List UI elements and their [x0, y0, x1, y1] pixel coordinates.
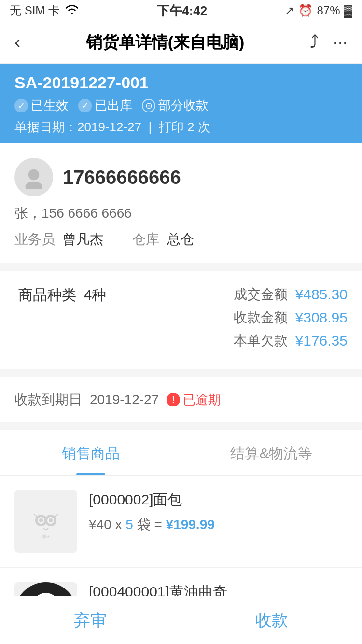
received-amount: ¥308.95	[295, 309, 348, 326]
transaction-amount-row: 成交金额 ¥485.30	[234, 285, 348, 304]
tabs-section: 销售商品 结算&物流等	[0, 430, 362, 476]
battery-icon: ▓	[344, 4, 352, 17]
sales-person: 业务员 曾凡杰	[14, 230, 103, 249]
wifi-icon	[65, 4, 79, 17]
clock-icon: ⊙	[142, 99, 155, 112]
svg-point-0	[28, 169, 40, 181]
check-icon-1: ✓	[14, 99, 28, 112]
debt-amount-row: 本单欠款 ¥176.35	[234, 332, 348, 350]
customer-section: 17666666666 张，156 6666 6666 业务员 曾凡杰 仓库 总…	[0, 143, 362, 263]
status-partial-payment: ⊙ 部分收款	[142, 97, 209, 114]
battery-text: 87%	[317, 4, 340, 17]
cancel-review-button[interactable]: 弃审	[0, 596, 181, 644]
status-delivered: ✓ 已出库	[78, 97, 132, 114]
tab-products[interactable]: 销售商品	[0, 430, 181, 475]
tabs-row: 销售商品 结算&物流等	[0, 430, 362, 475]
svg-text:羊+: 羊+	[42, 534, 50, 539]
customer-row: 17666666666	[14, 158, 348, 196]
customer-name-phone: 张，156 6666 6666	[14, 204, 348, 223]
order-status-row: ✓ 已生效 ✓ 已出库 ⊙ 部分收款	[14, 97, 348, 114]
no-sim-text: 无 SIM 卡	[10, 3, 60, 18]
status-time: 下午4:42	[157, 2, 207, 19]
product-total-1: ¥199.99	[166, 517, 215, 532]
overdue-icon: !	[167, 393, 180, 406]
collect-payment-button[interactable]: 收款	[181, 596, 362, 644]
order-header-banner: SA-20191227-001 ✓ 已生效 ✓ 已出库 ⊙ 部分收款 单据日期：…	[0, 64, 362, 143]
alarm-icon: ⏰	[298, 4, 313, 17]
amount-info: 成交金额 ¥485.30 收款金额 ¥308.95 本单欠款 ¥176.35	[234, 285, 348, 355]
product-item: 羊+ [0000002]面包 ¥40 x 5 袋 = ¥199.99	[0, 476, 362, 568]
customer-account-id: 17666666666	[63, 167, 181, 188]
summary-section: 商品种类 4种 成交金额 ¥485.30 收款金额 ¥308.95 本单欠款 ¥…	[0, 271, 362, 369]
nav-actions: ⤴ ···	[310, 32, 348, 53]
svg-point-6	[39, 518, 43, 522]
warehouse: 仓库 总仓	[132, 230, 194, 249]
due-date-section: 收款到期日 2019-12-27 ! 已逾期	[0, 377, 362, 422]
due-date-value: 2019-12-27	[90, 392, 159, 407]
nav-bar: ‹ 销货单详情(来自电脑) ⤴ ···	[0, 21, 362, 64]
status-bar: 无 SIM 卡 下午4:42 ↗ ⏰ 87% ▓	[0, 0, 362, 21]
product-thumbnail-1: 羊+	[14, 490, 77, 553]
avatar	[14, 158, 53, 196]
page-title: 销货单详情(来自电脑)	[86, 31, 245, 54]
status-left: 无 SIM 卡	[10, 3, 79, 18]
back-button[interactable]: ‹	[14, 32, 20, 53]
svg-point-1	[26, 182, 42, 189]
product-name-1: [0000002]面包	[89, 490, 348, 510]
customer-meta: 业务员 曾凡杰 仓库 总仓	[14, 230, 348, 249]
category-info: 商品种类 4种	[14, 285, 106, 305]
status-right: ↗ ⏰ 87% ▓	[285, 4, 352, 17]
status-activated: ✓ 已生效	[14, 97, 69, 114]
due-date-label: 收款到期日	[14, 391, 82, 409]
order-id: SA-20191227-001	[14, 73, 348, 92]
transaction-amount: ¥485.30	[295, 286, 348, 303]
product-info-1: [0000002]面包 ¥40 x 5 袋 = ¥199.99	[89, 490, 348, 534]
overdue-text: 已逾期	[183, 392, 221, 408]
order-date: 单据日期：2019-12-27 | 打印 2 次	[14, 119, 348, 136]
bottom-action-bar: 弃审 收款	[0, 596, 362, 644]
tab-settlement[interactable]: 结算&物流等	[181, 430, 362, 475]
overdue-badge: ! 已逾期	[167, 392, 221, 408]
debt-amount: ¥176.35	[295, 333, 348, 349]
share-button[interactable]: ⤴	[310, 32, 319, 53]
check-icon-2: ✓	[78, 99, 92, 112]
location-icon: ↗	[285, 4, 294, 17]
svg-point-7	[49, 518, 53, 522]
received-amount-row: 收款金额 ¥308.95	[234, 308, 348, 327]
product-qty-1: 5	[125, 517, 133, 532]
more-button[interactable]: ···	[333, 32, 348, 53]
product-price-1: ¥40 x 5 袋 = ¥199.99	[89, 516, 348, 534]
